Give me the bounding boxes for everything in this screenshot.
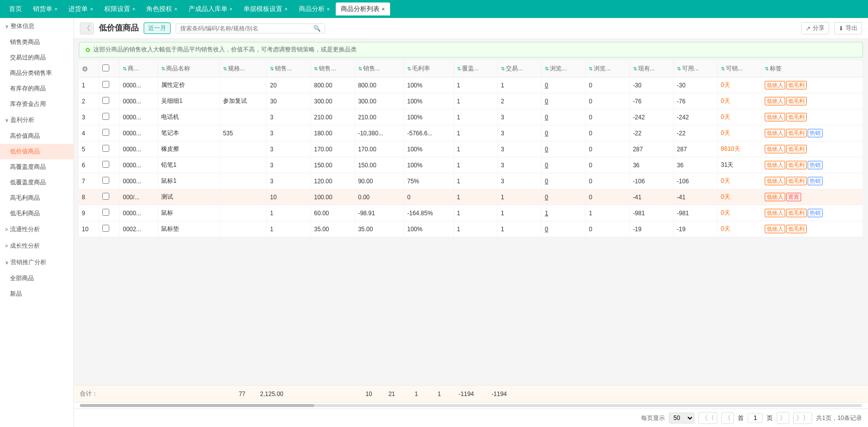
browse1[interactable]: 0	[542, 173, 586, 189]
time-filter-button[interactable]: 近一月	[144, 22, 171, 34]
sidebar-group-liquidity[interactable]: > 流通性分析	[0, 221, 73, 238]
browse1[interactable]: 0	[542, 93, 586, 109]
browse1[interactable]: 0	[542, 125, 586, 141]
sidebar-group-profit[interactable]: ∨ 盈利分析	[0, 112, 73, 128]
settings-icon[interactable]: ⚙	[82, 65, 88, 73]
row-checkbox[interactable]	[99, 173, 120, 189]
row-checkbox[interactable]	[99, 109, 120, 125]
share-button[interactable]: ↗ 分享	[801, 22, 829, 34]
nav-purchase[interactable]: 进货单×	[63, 2, 98, 15]
sidebar-group-overall[interactable]: ∨ 整体信息	[0, 18, 73, 34]
row-select-checkbox[interactable]	[102, 97, 109, 104]
search-icon[interactable]: 🔍	[313, 25, 321, 32]
stock2-column-header[interactable]: ⇅可用...	[673, 60, 717, 77]
browse-link[interactable]: 0	[545, 146, 548, 153]
row-checkbox[interactable]	[99, 125, 120, 141]
browse1[interactable]: 0	[542, 141, 586, 157]
sidebar-item-sales-products[interactable]: 销售类商品	[0, 34, 73, 50]
transaction-column-header[interactable]: ⇅交易...	[498, 60, 542, 77]
stock3-column-header[interactable]: ⇅可销...	[718, 60, 762, 77]
browse1[interactable]: 0	[542, 189, 586, 205]
sidebar-group-marketing[interactable]: ∨ 营销推广分析	[0, 254, 73, 271]
sidebar-item-high-coverage[interactable]: 高覆盖度商品	[0, 159, 73, 175]
code-column-header[interactable]: ⇅商...	[120, 60, 158, 77]
browse-link[interactable]: 1	[545, 210, 548, 217]
browse1[interactable]: 0	[542, 157, 586, 173]
browse1[interactable]: 1	[542, 205, 586, 221]
row-checkbox[interactable]	[99, 141, 120, 157]
sales-qty-column-header[interactable]: ⇅销售...	[267, 60, 311, 77]
sidebar-item-high-margin[interactable]: 高毛利商品	[0, 190, 73, 206]
sidebar-item-all-products[interactable]: 全部商品	[0, 271, 73, 286]
close-icon[interactable]: ×	[284, 6, 287, 12]
next-page-button[interactable]: 〉	[777, 412, 789, 424]
sidebar-item-category-rate[interactable]: 商品分类销售率	[0, 65, 73, 81]
first-page-button[interactable]: 〈〈	[698, 412, 717, 424]
row-select-checkbox[interactable]	[102, 129, 109, 136]
row-checkbox[interactable]	[99, 189, 120, 205]
browse1[interactable]: 0	[542, 77, 586, 93]
sidebar-item-low-margin[interactable]: 低毛利商品	[0, 206, 73, 221]
select-all-checkbox[interactable]	[102, 64, 109, 71]
collapse-sidebar-button[interactable]: 《	[80, 22, 94, 34]
nav-permission[interactable]: 权限设置×	[99, 2, 140, 15]
page-input[interactable]: 1	[748, 413, 763, 423]
row-checkbox[interactable]	[99, 157, 120, 173]
sidebar-item-stocked-products[interactable]: 有库存的商品	[0, 81, 73, 96]
table-container[interactable]: ⚙ ⇅商... ⇅商品名称 ⇅规格... ⇅销售... ⇅销售... ⇅销售..…	[74, 60, 868, 385]
row-select-checkbox[interactable]	[102, 113, 109, 120]
sidebar-item-low-coverage[interactable]: 低覆盖度商品	[0, 175, 73, 190]
browse-link[interactable]: 0	[545, 178, 548, 185]
browse-link[interactable]: 0	[545, 130, 548, 137]
close-icon[interactable]: ×	[54, 6, 57, 12]
sidebar-group-growth[interactable]: > 成长性分析	[0, 238, 73, 254]
browse-link[interactable]: 0	[545, 194, 548, 201]
gross-rate-column-header[interactable]: ⇅毛利率	[404, 60, 454, 77]
sidebar-item-traded-products[interactable]: 交易过的商品	[0, 50, 73, 65]
close-icon[interactable]: ×	[382, 6, 385, 12]
nav-product-entry[interactable]: 产成品入库单×	[184, 2, 237, 15]
close-icon[interactable]: ×	[132, 6, 135, 12]
close-icon[interactable]: ×	[174, 6, 177, 12]
sidebar-item-high-value[interactable]: 高价值商品	[0, 128, 73, 144]
row-select-checkbox[interactable]	[102, 225, 109, 232]
export-button[interactable]: ⬇ 导出	[834, 22, 862, 34]
checkbox-column-header[interactable]	[99, 60, 120, 77]
sidebar-item-low-value[interactable]: 低价值商品	[0, 144, 73, 159]
sidebar-item-capital-usage[interactable]: 库存资金占用	[0, 96, 73, 112]
spec-column-header[interactable]: ⇅规格...	[219, 60, 266, 77]
nav-product-analysis[interactable]: 商品分析×	[294, 2, 335, 15]
row-select-checkbox[interactable]	[102, 177, 109, 184]
browse-link[interactable]: 0	[545, 114, 548, 121]
browse1[interactable]: 0	[542, 109, 586, 125]
last-page-button[interactable]: 〉〉	[793, 412, 812, 424]
row-checkbox[interactable]	[99, 221, 120, 237]
browse-link[interactable]: 0	[545, 82, 548, 89]
nav-home[interactable]: 首页	[4, 2, 27, 15]
close-icon[interactable]: ×	[327, 6, 330, 12]
browse1-column-header[interactable]: ⇅浏览...	[542, 60, 586, 77]
row-select-checkbox[interactable]	[102, 209, 109, 216]
row-checkbox[interactable]	[99, 93, 120, 109]
coverage-column-header[interactable]: ⇅覆盖...	[453, 60, 497, 77]
nav-product-analysis-list[interactable]: 商品分析列表×	[336, 2, 390, 15]
stock1-column-header[interactable]: ⇅现有...	[630, 60, 673, 77]
tag-column-header[interactable]: ⇅标签	[762, 60, 863, 77]
search-input[interactable]	[180, 25, 311, 32]
page-size-select[interactable]: 50 100 200	[669, 413, 694, 424]
settings-column-header[interactable]: ⚙	[79, 60, 99, 77]
close-icon[interactable]: ×	[229, 6, 232, 12]
browse1[interactable]: 0	[542, 221, 586, 237]
row-select-checkbox[interactable]	[102, 193, 109, 200]
row-checkbox[interactable]	[99, 205, 120, 221]
browse2-column-header[interactable]: ⇅浏览...	[586, 60, 630, 77]
close-icon[interactable]: ×	[90, 6, 93, 12]
row-select-checkbox[interactable]	[102, 81, 109, 88]
name-column-header[interactable]: ⇅商品名称	[158, 60, 220, 77]
row-select-checkbox[interactable]	[102, 161, 109, 168]
row-select-checkbox[interactable]	[102, 145, 109, 152]
sales-amount-column-header[interactable]: ⇅销售...	[311, 60, 355, 77]
row-checkbox[interactable]	[99, 77, 120, 93]
nav-sales[interactable]: 销货单×	[28, 2, 62, 15]
prev-page-button[interactable]: 〈	[721, 412, 734, 424]
